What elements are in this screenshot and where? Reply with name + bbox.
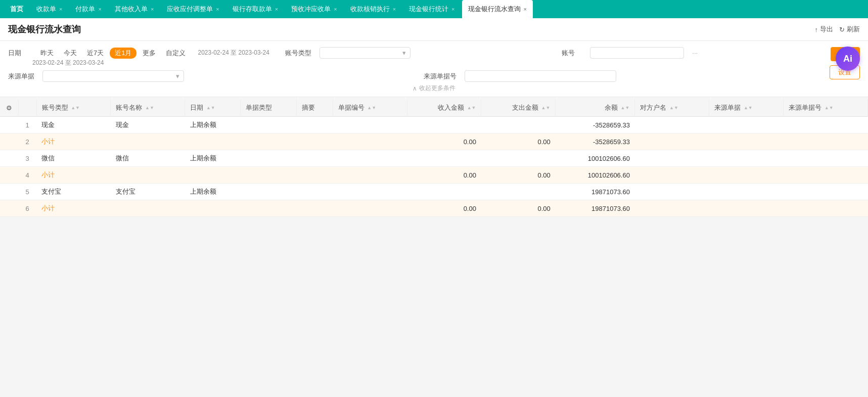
- close-icon[interactable]: ×: [98, 6, 101, 12]
- nav-home[interactable]: 首页: [4, 0, 29, 18]
- close-icon[interactable]: ×: [334, 6, 337, 12]
- col-doc-no[interactable]: 单据编号 ▲▼: [333, 99, 407, 117]
- table-cell: 5: [18, 184, 36, 200]
- col-income[interactable]: 收入金额 ▲▼: [407, 99, 481, 117]
- col-income-label: 收入金额: [438, 104, 464, 111]
- table-cell: [297, 134, 333, 150]
- table-cell: 小计: [36, 167, 111, 184]
- col-account-type[interactable]: 账号类型 ▲▼: [36, 99, 111, 117]
- table-cell: [635, 117, 709, 134]
- account-input[interactable]: [590, 47, 684, 59]
- col-balance[interactable]: 余额 ▲▼: [556, 99, 635, 117]
- close-icon[interactable]: ×: [59, 6, 62, 12]
- table-row[interactable]: 4小计0.000.00100102606.60: [0, 167, 868, 184]
- col-expense[interactable]: 支出金额 ▲▼: [481, 99, 556, 117]
- col-summary-label: 摘要: [302, 104, 315, 111]
- table-cell: [784, 150, 868, 167]
- col-date[interactable]: 日期 ▲▼: [185, 99, 241, 117]
- sort-arrows-source-doc: ▲▼: [744, 106, 753, 110]
- table-cell: 1: [18, 117, 36, 134]
- col-doc-type-label: 单据类型: [246, 104, 272, 111]
- close-icon[interactable]: ×: [393, 6, 396, 12]
- table-cell: 19871073.60: [556, 184, 635, 200]
- collapse-button[interactable]: ∧ 收起更多条件: [413, 84, 455, 93]
- source-doc-select[interactable]: ▾: [42, 70, 184, 82]
- nav-tab-4[interactable]: 银行存取款单 ×: [226, 0, 284, 18]
- table-cell: 100102606.60: [556, 150, 635, 167]
- close-icon[interactable]: ×: [216, 6, 219, 12]
- nav-tab-6[interactable]: 收款核销执行 ×: [344, 0, 402, 18]
- table-cell: [185, 134, 241, 150]
- more-options-icon[interactable]: ···: [692, 49, 698, 57]
- nav-tab-2[interactable]: 其他收入单 ×: [109, 0, 160, 18]
- table-cell: 支付宝: [111, 184, 185, 200]
- export-button[interactable]: ↑ 导出: [815, 25, 834, 34]
- nav-tab-8[interactable]: 现金银行流水查询 ×: [462, 0, 533, 18]
- table-row[interactable]: 2小计0.000.00-3528659.33: [0, 134, 868, 150]
- close-icon[interactable]: ×: [151, 6, 154, 12]
- col-counterpart[interactable]: 对方户名 ▲▼: [635, 99, 709, 117]
- source-doc-no-input[interactable]: [465, 70, 616, 82]
- table-cell: [407, 184, 481, 200]
- sort-arrows-expense: ▲▼: [541, 106, 551, 110]
- table-cell: [333, 134, 407, 150]
- account-type-label: 账号类型: [285, 49, 311, 58]
- nav-tab-0[interactable]: 收款单 ×: [30, 0, 68, 18]
- table-cell: [407, 150, 481, 167]
- col-source-doc-label: 来源单据: [714, 104, 741, 111]
- table-cell: 0.00: [481, 200, 556, 217]
- table-cell: [784, 134, 868, 150]
- table-row[interactable]: 3微信微信上期余额100102606.60: [0, 150, 868, 167]
- sort-arrows-income: ▲▼: [467, 106, 476, 110]
- date-opt-7days[interactable]: 近7天: [83, 48, 108, 59]
- date-opt-custom[interactable]: 自定义: [162, 48, 190, 59]
- table-row[interactable]: 5支付宝支付宝上期余额19871073.60: [0, 184, 868, 200]
- table-cell: 上期余额: [185, 184, 241, 200]
- refresh-button[interactable]: ↻ 刷新: [839, 25, 860, 34]
- col-account-name[interactable]: 账号名称 ▲▼: [111, 99, 185, 117]
- table-cell: 现金: [36, 117, 111, 134]
- table-cell: 小计: [36, 200, 111, 217]
- table-cell: [709, 167, 784, 184]
- page-title: 现金银行流水查询: [8, 23, 81, 35]
- date-opt-yesterday[interactable]: 昨天: [36, 48, 58, 59]
- date-opt-today[interactable]: 今天: [60, 48, 81, 59]
- col-doc-type: 单据类型: [240, 99, 296, 117]
- account-type-select[interactable]: ▾: [319, 47, 410, 59]
- table-cell: [297, 200, 333, 217]
- col-settings[interactable]: ⚙: [0, 99, 18, 117]
- page-header: 现金银行流水查询 ↑ 导出 ↻ 刷新: [0, 18, 868, 41]
- col-source-doc-no[interactable]: 来源单据号 ▲▼: [784, 99, 868, 117]
- close-icon[interactable]: ×: [524, 6, 527, 12]
- account-type-filter-group: 账号类型 ▾: [285, 47, 550, 59]
- date-filter-group: 日期 昨天 今天 近7天 近1月 更多 自定义 2023-02-24 至 202…: [8, 48, 273, 59]
- table-cell: 6: [18, 200, 36, 217]
- date-options: 昨天 今天 近7天 近1月 更多 自定义: [36, 48, 190, 59]
- date-opt-1month[interactable]: 近1月: [110, 48, 136, 59]
- date-opt-more[interactable]: 更多: [139, 48, 160, 59]
- ai-assistant-badge[interactable]: Ai: [836, 47, 860, 71]
- table-cell: [297, 167, 333, 184]
- close-icon[interactable]: ×: [451, 6, 454, 12]
- col-expense-label: 支出金额: [512, 104, 538, 111]
- nav-tab-1[interactable]: 付款单 ×: [69, 0, 107, 18]
- close-icon[interactable]: ×: [275, 6, 278, 12]
- source-doc-label: 来源单据: [8, 72, 34, 81]
- table-cell: [185, 200, 241, 217]
- table-cell: [635, 150, 709, 167]
- col-source-doc[interactable]: 来源单据 ▲▼: [709, 99, 784, 117]
- table-row[interactable]: 1现金现金上期余额-3528659.33: [0, 117, 868, 134]
- table-cell: [111, 167, 185, 184]
- nav-tab-7[interactable]: 现金银行统计 ×: [403, 0, 461, 18]
- table-cell: [0, 167, 18, 184]
- nav-tab-5[interactable]: 预收冲应收单 ×: [285, 0, 343, 18]
- table-cell: 0.00: [407, 134, 481, 150]
- table-cell: -3528659.33: [556, 134, 635, 150]
- table-cell: [333, 184, 407, 200]
- col-balance-label: 余额: [605, 104, 618, 111]
- nav-tab-3[interactable]: 应收应付调整单 ×: [161, 0, 225, 18]
- table-row[interactable]: 6小计0.000.0019871073.60: [0, 200, 868, 217]
- table-cell: [0, 200, 18, 217]
- table-cell: [784, 184, 868, 200]
- table-cell: [333, 167, 407, 184]
